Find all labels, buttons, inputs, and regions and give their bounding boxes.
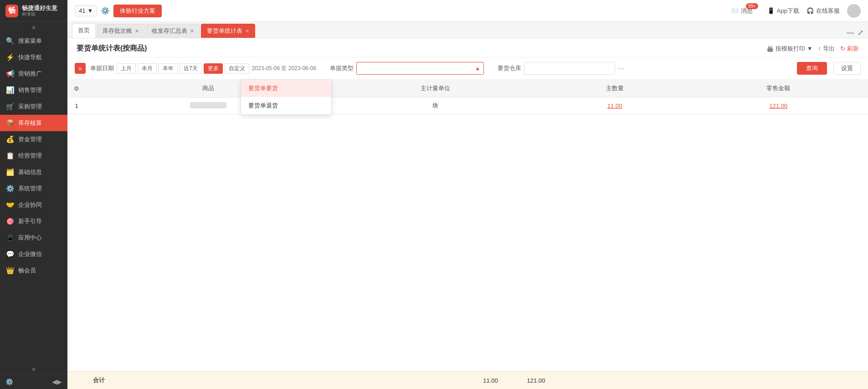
enterprise-icon: 🤝 xyxy=(5,201,15,209)
tab-expand-icon[interactable]: ⤢ xyxy=(858,28,863,37)
footer-label: 合计 xyxy=(73,376,164,384)
sidebar-scroll-down[interactable]: ▼ xyxy=(0,365,67,374)
sidebar-search-label: 搜索菜单 xyxy=(18,37,42,45)
topbar-right: ✉️ 消息 99+ 📱 App下载 🎧 在线客服 xyxy=(731,4,861,18)
sidebar-scroll-up[interactable]: ▲ xyxy=(0,22,67,31)
finance-icon: 💰 xyxy=(5,135,15,143)
app-download-label: App下载 xyxy=(777,7,799,15)
th-settings[interactable]: ⚙ xyxy=(67,80,86,97)
online-service-group[interactable]: 🎧 在线客服 xyxy=(806,7,840,15)
sidebar-item-weixin[interactable]: 💬 企业微信 xyxy=(0,246,67,262)
tab-home[interactable]: 首页 xyxy=(72,23,96,38)
warehouse-input[interactable] xyxy=(524,62,615,75)
date-btn-thismonth[interactable]: 本月 xyxy=(138,63,157,74)
th-quantity: 主数量 xyxy=(540,80,689,97)
inventory-icon: 📦 xyxy=(5,119,15,127)
sidebar-item-appcenter[interactable]: 📱 应用中心 xyxy=(0,230,67,246)
sidebar-item-system[interactable]: ⚙️ 系统管理 xyxy=(0,180,67,197)
date-btn-7days[interactable]: 近7天 xyxy=(180,63,202,74)
trial-button[interactable]: 体验行业方案 xyxy=(113,5,162,17)
system-icon: ⚙️ xyxy=(5,184,15,193)
page-actions: 🖨️ 按模板打印 ▼ ↑ 导出 ↻ 刷新 xyxy=(766,45,859,53)
warehouse-group: 要货仓库 ··· xyxy=(498,62,625,75)
sidebar-item-label: 经营管理 xyxy=(18,152,42,160)
topbar: 41 ▼ ⚙️ 体验行业方案 ✉️ 消息 99+ 📱 App下载 🎧 在线客服 xyxy=(67,0,868,22)
sidebar-nav: 🔍 搜索菜单 ⚡ 快捷导航 📢 营销推广 📊 销售管理 🛒 采购管理 📦 库存核… xyxy=(0,31,67,365)
page-header: 要货单统计表(按商品) 🖨️ 按模板打印 ▼ ↑ 导出 ↻ 刷新 xyxy=(67,38,868,57)
td-quantity[interactable]: 11.00 xyxy=(540,97,689,114)
sidebar-item-inventory[interactable]: 📦 库存核算 xyxy=(0,115,67,131)
th-amount: 零售金额 xyxy=(689,80,868,97)
date-btn-more[interactable]: 更多 xyxy=(204,63,223,74)
tab-close-icon[interactable]: ✕ xyxy=(245,28,249,34)
app-title-sub: 标准版 xyxy=(22,11,57,17)
member-icon: 👑 xyxy=(5,266,15,275)
print-button[interactable]: 🖨️ 按模板打印 ▼ xyxy=(766,45,813,53)
table-container: ⚙ 商品 主计量单位 主数量 零售金额 1 块 11.00 xyxy=(67,80,868,371)
search-icon: 🔍 xyxy=(5,37,15,45)
settings-button[interactable]: 设置 xyxy=(833,62,861,75)
sidebar-item-member[interactable]: 👑 畅会员 xyxy=(0,262,67,279)
footer-amount: 121.00 xyxy=(514,377,559,384)
sidebar-item-quicknav[interactable]: ⚡ 快捷导航 xyxy=(0,49,67,66)
service-icon: 🎧 xyxy=(806,7,814,14)
td-amount[interactable]: 121.00 xyxy=(689,97,868,114)
date-btn-thisyear[interactable]: 本年 xyxy=(159,63,178,74)
sidebar-item-finance[interactable]: 💰 资金管理 xyxy=(0,131,67,148)
app-download-group[interactable]: 📱 App下载 xyxy=(767,7,799,15)
tab-close-icon[interactable]: ✕ xyxy=(135,28,139,34)
print-label: 按模板打印 xyxy=(776,45,805,53)
sidebar-item-purchase[interactable]: 🛒 采购管理 xyxy=(0,98,67,115)
tab-inventory-batch[interactable]: 库存批次账 ✕ xyxy=(97,24,145,38)
company-selector[interactable]: 41 ▼ xyxy=(75,5,97,16)
type-input[interactable] xyxy=(356,62,484,75)
refresh-button[interactable]: ↻ 刷新 xyxy=(840,45,859,53)
footer-quantity: 11.00 xyxy=(468,377,514,384)
filter-bar: » 单据日期 上月 本月 本年 近7天 更多 自定义 2023-05-06 至 … xyxy=(67,57,868,80)
sidebar-bottom: ⚙️ ◀▶ xyxy=(0,374,67,389)
export-icon: ↑ xyxy=(818,45,822,52)
tab-stock-summary[interactable]: 收发存汇总表 ✕ xyxy=(146,24,200,38)
date-range-text: 2023-05-06 至 2023-06-06 xyxy=(252,65,316,72)
tab-home-label: 首页 xyxy=(78,26,90,35)
footer-total-label: 合计 xyxy=(93,377,105,384)
user-avatar[interactable] xyxy=(847,4,861,18)
marketing-icon: 📢 xyxy=(5,70,15,78)
filter-type-group: 单据类型 ▲ xyxy=(330,62,484,75)
messages-group[interactable]: ✉️ 消息 99+ xyxy=(731,7,753,15)
tab-order-stats[interactable]: 要货单统计表 ✕ xyxy=(201,24,255,38)
warehouse-label: 要货仓库 xyxy=(498,64,521,72)
settings-icon[interactable]: ⚙️ xyxy=(5,378,13,385)
export-button[interactable]: ↑ 导出 xyxy=(818,45,835,53)
type-label: 单据类型 xyxy=(330,64,354,72)
dropdown-item-order-return[interactable]: 要货单退货 xyxy=(241,97,331,114)
topbar-gear-icon[interactable]: ⚙️ xyxy=(101,6,110,15)
tab-close-icon[interactable]: ✕ xyxy=(190,28,194,34)
sidebar-item-sales[interactable]: 📊 销售管理 xyxy=(0,82,67,98)
query-button[interactable]: 查询 xyxy=(797,62,827,75)
quicknav-icon: ⚡ xyxy=(5,53,15,61)
refresh-icon: ↻ xyxy=(840,45,845,52)
product-blurred xyxy=(190,102,226,108)
table-header-row: ⚙ 商品 主计量单位 主数量 零售金额 xyxy=(67,80,868,97)
sidebar-item-enterprise[interactable]: 🤝 企业协同 xyxy=(0,197,67,213)
tab-actions: — ⤢ xyxy=(847,28,863,38)
sales-icon: 📊 xyxy=(5,86,15,94)
date-btn-lastmonth[interactable]: 上月 xyxy=(117,63,136,74)
dropdown-item-order-request[interactable]: 要货单要货 xyxy=(241,80,331,97)
sidebar-item-guide[interactable]: 🎯 新手引导 xyxy=(0,213,67,230)
filter-expand-button[interactable]: » xyxy=(75,63,86,74)
warehouse-more-icon[interactable]: ··· xyxy=(618,64,625,73)
online-service-label: 在线客服 xyxy=(816,7,840,15)
sidebar-item-marketing[interactable]: 📢 营销推广 xyxy=(0,66,67,82)
type-input-container: ▲ xyxy=(356,62,484,75)
date-btn-custom[interactable]: 自定义 xyxy=(225,63,249,74)
sidebar-search[interactable]: 🔍 搜索菜单 xyxy=(0,33,67,49)
sidebar-item-operations[interactable]: 📋 经营管理 xyxy=(0,148,67,164)
sidebar-item-baseinfo[interactable]: 🗂️ 基础信息 xyxy=(0,164,67,180)
tab-minimize-icon[interactable]: — xyxy=(847,29,854,37)
sidebar-item-label: 采购管理 xyxy=(18,102,42,111)
sidebar-item-label: 基础信息 xyxy=(18,168,42,176)
print-icon: 🖨️ xyxy=(766,45,774,52)
collapse-icon[interactable]: ◀▶ xyxy=(52,378,62,385)
